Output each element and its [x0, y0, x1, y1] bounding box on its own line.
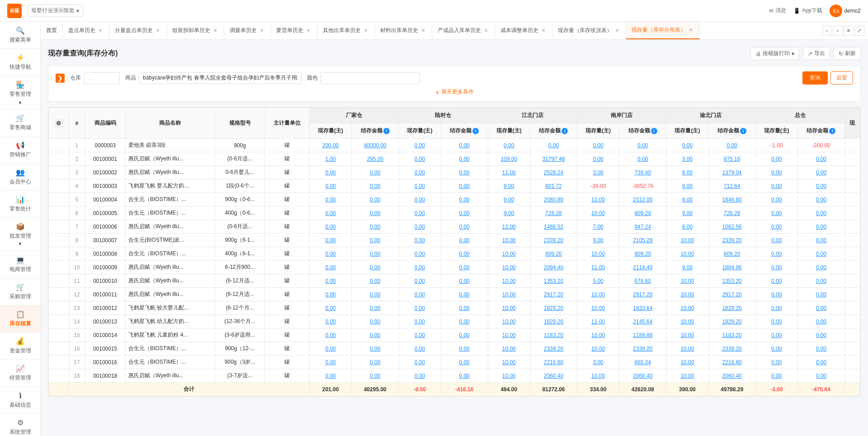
query-btn[interactable]: 查询 [802, 71, 828, 84]
cell-value[interactable]: 40000.00 [364, 142, 387, 149]
cell-value[interactable]: 10.00 [680, 251, 694, 257]
cell-value[interactable]: 2528.24 [544, 169, 563, 176]
cell-value[interactable]: 2216.80 [722, 359, 741, 366]
cell-value[interactable]: 712.64 [724, 183, 741, 189]
tab-expand-btn[interactable]: ⤢ [854, 26, 864, 36]
cell-value[interactable]: 2094.40 [544, 264, 563, 271]
cell-value[interactable]: 31797.48 [542, 156, 565, 162]
cell-value[interactable]: 1829.20 [544, 319, 563, 325]
tab-close-cost[interactable]: ✕ [540, 28, 547, 34]
user-area[interactable]: Ea demo2 [830, 5, 861, 17]
cell-value[interactable]: 10.00 [680, 373, 694, 379]
refresh-btn[interactable]: ↻ 刷新 [834, 47, 861, 60]
cell-value[interactable]: 8.00 [682, 224, 693, 230]
tab-stocktake[interactable]: 盘点单历史 ✕ [63, 22, 109, 39]
cell-value[interactable]: 9.00 [504, 210, 514, 216]
cell-value[interactable]: 9.00 [504, 197, 514, 203]
tab-material-out[interactable]: 材料出库单历史 ✕ [375, 22, 432, 39]
sidebar-item-wholesale[interactable]: 📦 批发管理 ▼ [0, 218, 40, 251]
cell-value[interactable]: 6.00 [682, 169, 693, 176]
cell-value[interactable]: 10.00 [502, 319, 516, 325]
cell-value[interactable]: 1183.20 [722, 332, 741, 338]
cell-value[interactable]: 1833.64 [633, 305, 652, 311]
cell-value[interactable]: 11.00 [502, 224, 516, 230]
cell-value[interactable]: 10.00 [591, 332, 605, 338]
tab-other-out[interactable]: 其他出库单历史 ✕ [317, 22, 375, 39]
cell-value[interactable]: 295.00 [367, 156, 383, 162]
cell-value[interactable]: 5.00 [593, 278, 603, 284]
cell-value[interactable]: 10.00 [680, 346, 694, 352]
cell-value[interactable]: 10.00 [680, 278, 694, 284]
cell-value[interactable]: 10.00 [502, 278, 516, 284]
cell-value[interactable]: 10.00 [502, 291, 516, 298]
cell-value[interactable]: -200.00 [812, 142, 830, 149]
tab-next-btn[interactable]: › [833, 26, 843, 36]
tab-transfer[interactable]: 调拨单历史 ✕ [224, 22, 271, 39]
message-btn[interactable]: ✉ 消息 [769, 7, 786, 14]
industry-selector[interactable]: 母婴行业演示陈套 ▾ [27, 5, 83, 17]
cell-value[interactable]: -1.00 [770, 142, 783, 149]
sidebar-item-basic[interactable]: ℹ 基础信息 [0, 387, 40, 414]
tab-order[interactable]: 要货单历史 ✕ [271, 22, 317, 39]
cell-value[interactable]: 2080.80 [544, 197, 563, 203]
product-input[interactable] [139, 72, 302, 84]
cell-value[interactable]: 10.00 [502, 346, 516, 352]
tab-close-assemble[interactable]: ✕ [212, 28, 218, 34]
cell-value[interactable]: 1829.20 [722, 319, 741, 325]
cell-value[interactable]: 10.00 [680, 237, 694, 244]
cell-value[interactable]: 10.00 [591, 305, 605, 311]
cell-value[interactable]: -3652.76 [632, 183, 653, 189]
nanan-amt-info[interactable]: i [651, 128, 657, 134]
tab-partial-stocktake[interactable]: 分量盘点单历史 ✕ [109, 22, 167, 39]
cell-value[interactable]: 11.00 [502, 169, 516, 176]
cell-value[interactable]: 10.00 [502, 237, 516, 244]
cell-value[interactable]: 2060.40 [633, 373, 652, 379]
cell-value[interactable]: 9.00 [593, 237, 603, 244]
cell-value[interactable]: 2339.20 [544, 346, 563, 352]
cell-value[interactable]: 875.16 [724, 156, 741, 162]
tab-close-stocktake[interactable]: ✕ [97, 28, 104, 34]
cell-value[interactable]: 3.00 [682, 156, 693, 162]
cell-value[interactable]: 2917.20 [633, 291, 652, 298]
cell-value[interactable]: 11.00 [591, 319, 605, 325]
cell-value[interactable]: 3.00 [593, 169, 603, 176]
cell-value[interactable]: 809.20 [724, 251, 741, 257]
settings-gear-icon[interactable]: ⚙ [54, 119, 63, 128]
cell-value[interactable]: 2060.40 [722, 373, 741, 379]
cell-value[interactable]: 2114.40 [633, 264, 652, 271]
cell-value[interactable]: 2216.80 [544, 359, 563, 366]
cell-value[interactable]: 10.00 [502, 305, 516, 311]
cell-value[interactable]: 2339.20 [633, 346, 652, 352]
lucun-amt-info[interactable]: i [472, 128, 479, 134]
sidebar-item-retail[interactable]: 🏪 零售管理 ▲ [0, 76, 40, 109]
cell-value[interactable]: 1189.88 [633, 332, 652, 338]
cell-value[interactable]: 10.00 [502, 373, 516, 379]
cell-value[interactable]: 10.00 [591, 210, 605, 216]
sidebar-item-marketing[interactable]: 📢 营销推广 [0, 136, 40, 164]
cell-value[interactable]: 10.00 [680, 305, 694, 311]
cell-value[interactable]: 1379.04 [722, 169, 741, 176]
cell-value[interactable]: 10.00 [680, 319, 694, 325]
cell-value[interactable]: 1829.20 [544, 305, 563, 311]
warehouse-input[interactable] [84, 72, 120, 84]
tab-product-in[interactable]: 产成品入库单历史 ✕ [432, 22, 495, 39]
cell-value[interactable]: 2105.28 [633, 237, 652, 244]
total-amt-info[interactable]: i [829, 128, 835, 134]
color-input[interactable] [321, 72, 420, 84]
print-btn[interactable]: 🖨 按模版打印 ▾ [750, 47, 799, 60]
cell-value[interactable]: 2917.20 [544, 291, 563, 298]
sidebar-item-member[interactable]: 👥 会员中心 [0, 164, 40, 191]
cell-value[interactable]: 2339.20 [722, 346, 741, 352]
cell-value[interactable]: 1829.20 [722, 305, 741, 311]
cell-value[interactable]: 7.00 [593, 224, 603, 230]
cell-value[interactable]: 8.00 [682, 183, 693, 189]
cell-value[interactable]: 1884.96 [722, 264, 741, 271]
cell-value[interactable]: 728.28 [545, 210, 562, 216]
tab-close-material[interactable]: ✕ [420, 28, 426, 34]
cell-value[interactable]: 10.00 [591, 251, 605, 257]
cell-value[interactable]: 2339.20 [722, 237, 741, 244]
cell-value[interactable]: 801.72 [545, 183, 562, 189]
jiangbei-amt-info[interactable]: i [561, 128, 568, 134]
tab-close-stock-status[interactable]: ✕ [614, 28, 620, 34]
tab-close-order[interactable]: ✕ [305, 28, 311, 34]
